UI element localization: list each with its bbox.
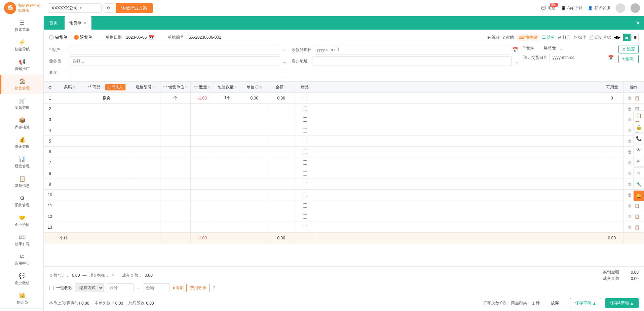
row-spec[interactable] [130, 168, 160, 179]
row-barcode[interactable] [56, 93, 83, 104]
sidebar-item-system[interactable]: ⚙ 系统管理 [0, 192, 43, 211]
salesperson-dots[interactable]: ... [283, 59, 286, 64]
row-product[interactable] [83, 114, 130, 125]
row-price[interactable] [241, 114, 268, 125]
delete-icon[interactable]: 🗑 [628, 139, 632, 144]
sidebar-item-operations[interactable]: 📊 经营管理 [0, 153, 43, 172]
row-product[interactable] [83, 190, 130, 200]
row-gift[interactable] [295, 104, 315, 114]
row-gift[interactable] [295, 211, 315, 222]
trial-button[interactable]: 体验行业方案 [116, 3, 153, 13]
copy-icon[interactable]: 📋 [635, 225, 640, 230]
help-button[interactable]: ? 帮助 [502, 35, 514, 40]
row-gift[interactable] [295, 125, 315, 136]
row-qty[interactable] [190, 136, 214, 147]
row-price[interactable] [241, 104, 268, 114]
row-qty[interactable]: -1.00 [190, 93, 214, 104]
row-product[interactable] [83, 136, 130, 147]
copy-icon[interactable]: 📋 [635, 214, 640, 219]
delete-icon[interactable]: 🗑 [628, 171, 632, 176]
right-float-lock[interactable]: 🔒 [633, 122, 644, 132]
row-spec[interactable] [130, 147, 160, 157]
row-qty[interactable] [190, 200, 214, 211]
settings-gear-button[interactable]: ⚙ [104, 3, 113, 13]
row-gift[interactable] [295, 114, 315, 125]
row-qty[interactable] [190, 211, 214, 222]
select-button[interactable]: ☰ 选单 [542, 35, 555, 40]
customer-dots[interactable]: ... [283, 47, 286, 52]
app-download-button[interactable]: 📱 App下载 [561, 5, 582, 11]
delivery-date-input[interactable] [550, 53, 606, 62]
online-service-button[interactable]: 👤 在线客服 [588, 5, 610, 11]
row-barcode[interactable] [56, 222, 83, 233]
date-calendar-icon[interactable]: 📅 [149, 35, 154, 40]
row-gift[interactable] [295, 200, 315, 211]
payment-amount-input[interactable] [143, 283, 170, 292]
company-selector[interactable]: XXXXXX公司 ▼ [48, 3, 102, 13]
row-product[interactable] [83, 168, 130, 179]
delete-icon[interactable]: 🗑 [628, 193, 632, 197]
row-barcode[interactable] [56, 190, 83, 200]
receipt-date-input[interactable] [314, 45, 510, 54]
sidebar-item-collab[interactable]: 🤝 企业协同 [0, 211, 43, 231]
right-float-notes[interactable]: 📋 [633, 110, 644, 121]
delete-icon[interactable]: 🗑 [628, 150, 632, 154]
sidebar-item-inventory[interactable]: 📦 库存核算 [0, 114, 43, 133]
row-barcode[interactable] [56, 104, 83, 114]
row-price[interactable] [241, 157, 268, 168]
grid-view-button[interactable]: ⊞ [631, 34, 639, 41]
add-payment-button[interactable]: ● 添加 [173, 285, 184, 291]
row-qty[interactable] [190, 147, 214, 157]
copy-icon[interactable]: 📋 [635, 96, 640, 101]
scan-button[interactable]: 扫码录入 [105, 84, 125, 90]
row-barcode[interactable] [56, 200, 83, 211]
sidebar-item-sales[interactable]: 🏠 销售管理 [0, 75, 43, 94]
prev-icon[interactable]: ◀ [614, 35, 617, 40]
delete-icon[interactable]: 🗑 [628, 107, 632, 111]
payment-dots[interactable]: ... [137, 285, 140, 290]
tab-sales-order[interactable]: 销货单 ✕ [65, 16, 91, 30]
price-info-icon[interactable]: ⓘ [255, 85, 259, 90]
row-price[interactable] [241, 222, 268, 233]
row-qty[interactable] [190, 168, 214, 179]
discard-button[interactable]: 放弃 [544, 298, 566, 308]
print-button[interactable]: 🖨 打印 [558, 35, 571, 40]
tab-bar-close-button[interactable]: ✕ [632, 20, 644, 26]
payment-account-input[interactable] [107, 283, 134, 292]
payment-help-icon[interactable]: ? [213, 285, 215, 290]
row-qty[interactable] [190, 157, 214, 168]
sidebar-item-quicknav[interactable]: ⚡ 快捷导航 [0, 36, 43, 55]
row-barcode[interactable] [56, 147, 83, 157]
row-spec[interactable] [130, 200, 160, 211]
row-price[interactable] [241, 179, 268, 190]
delete-icon[interactable]: 🗑 [628, 225, 632, 230]
delete-icon[interactable]: 🗑 [628, 182, 632, 187]
row-spec[interactable] [130, 157, 160, 168]
tab-home[interactable]: 首页 [44, 16, 63, 30]
discount-info-icon[interactable]: ? [112, 273, 114, 277]
message-button[interactable]: 💬 消息 99+ [541, 5, 556, 11]
delete-icon[interactable]: 🗑 [628, 214, 632, 219]
sidebar-item-purchase[interactable]: 🛒 采购管理 [0, 94, 43, 114]
delete-icon[interactable]: 🗑 [628, 203, 632, 208]
operate-button[interactable]: ⚙ 操作 [573, 35, 586, 40]
save-new-button[interactable]: 保存&新增 ▲ [605, 298, 639, 308]
next-icon[interactable]: ▶ [617, 35, 620, 40]
row-spec[interactable] [130, 114, 160, 125]
row-spec[interactable] [130, 136, 160, 147]
row-product[interactable] [83, 179, 130, 190]
expense-button[interactable]: 费用分摊 [186, 284, 210, 292]
sidebar-item-finance[interactable]: 💰 资金管理 [0, 133, 43, 153]
receipt-date-calendar-icon[interactable]: 📅 [512, 47, 518, 52]
row-price[interactable] [241, 125, 268, 136]
row-spec[interactable] [130, 104, 160, 114]
total-owing-info[interactable]: ? [112, 301, 114, 305]
row-barcode[interactable] [56, 125, 83, 136]
row-product[interactable] [83, 157, 130, 168]
row-product[interactable] [83, 104, 130, 114]
customer-address-dots[interactable]: ... [515, 59, 518, 64]
row-gift[interactable] [295, 190, 315, 200]
right-float-orange[interactable]: 🔔 [633, 190, 644, 201]
right-float-edit[interactable]: ✏ [633, 156, 644, 167]
row-product[interactable] [83, 147, 130, 157]
